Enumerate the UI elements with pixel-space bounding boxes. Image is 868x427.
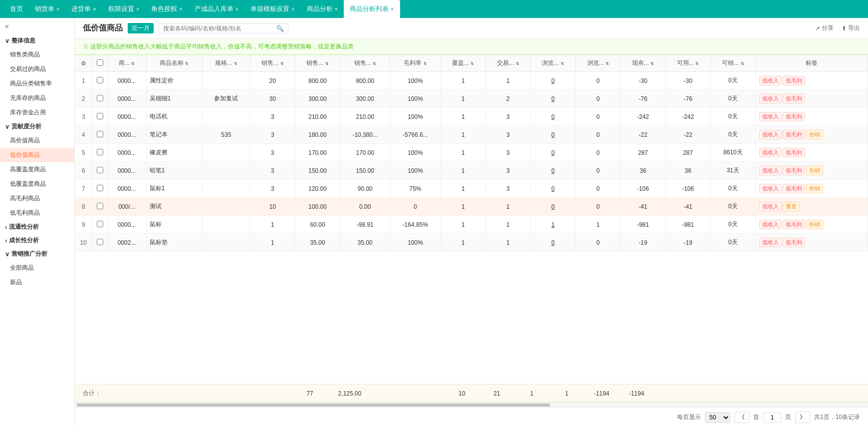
row-code: 0000... [107,72,146,90]
col-settings[interactable]: ⚙ [75,55,92,72]
row-browse1[interactable]: 1 [531,216,576,234]
footer-stock: -1194 [584,390,619,397]
row-browse1[interactable]: 0 [531,198,576,216]
sidebar-group-header-overall[interactable]: ∨ 整体信息 [0,34,74,47]
export-btn[interactable]: ⬆ 导出 [842,24,860,32]
sidebar-group-header-growth[interactable]: › 成长性分析 [0,234,74,247]
search-icon[interactable]: 🔍 [276,25,284,32]
row-select-checkbox[interactable] [97,185,103,191]
page-number-input[interactable] [763,413,781,423]
row-checkbox[interactable] [92,126,107,144]
row-saleable: 0天 [710,180,755,198]
sidebar-item-traded-goods[interactable]: 交易过的商品 [0,62,74,76]
row-browse1[interactable]: 0 [531,108,576,126]
sidebar-item-category-rate[interactable]: 商品分类销售率 [0,76,74,91]
row-select-checkbox[interactable] [97,95,103,101]
row-select-checkbox[interactable] [97,131,103,137]
nav-item-sales[interactable]: 销货单 × [29,0,65,18]
row-checkbox[interactable] [92,72,107,90]
search-input[interactable] [163,25,276,32]
tag: 低收入 [759,238,782,247]
col-stock: 现有... ⇅ [621,55,665,72]
last-page-btn[interactable]: 》 [795,412,810,423]
close-icon[interactable]: × [391,6,394,12]
row-checkbox[interactable] [92,162,107,180]
row-checkbox[interactable] [92,216,107,234]
row-select-checkbox[interactable] [97,149,103,155]
nav-item-analysis[interactable]: 商品分析 × [301,0,344,18]
close-icon[interactable]: × [335,6,338,12]
first-page-btn[interactable]: 《 [734,412,749,423]
close-icon[interactable]: × [179,6,182,12]
sidebar-item-low-margin[interactable]: 低毛利商品 [0,206,74,220]
row-browse1[interactable]: 0 [531,234,576,252]
nav-item-purchase[interactable]: 进货单 × [65,0,102,18]
row-browse1[interactable]: 0 [531,162,576,180]
row-select-checkbox[interactable] [97,221,103,227]
row-spec: 参加复试 [202,90,250,108]
sidebar-collapse-btn[interactable]: « [5,22,9,30]
row-browse1[interactable]: 0 [531,126,576,144]
close-icon[interactable]: × [93,6,96,12]
close-icon[interactable]: × [235,6,238,12]
share-btn[interactable]: ↗ 分享 [815,24,834,32]
row-browse1[interactable]: 0 [531,72,576,90]
nav-item-template[interactable]: 单据模板设置 × [244,0,300,18]
row-select-checkbox[interactable] [97,203,103,209]
row-select-checkbox[interactable] [97,77,103,83]
row-checkbox[interactable] [92,198,107,216]
row-coverage: 1 [440,216,485,234]
close-icon[interactable]: × [56,6,59,12]
close-icon[interactable]: × [291,6,294,12]
date-filter-btn[interactable]: 近一月 [128,23,154,33]
chevron-right-icon: › [5,224,7,231]
sidebar-item-sales-goods[interactable]: 销售类商品 [0,47,74,62]
sidebar-item-stock-capital[interactable]: 库存资金占用 [0,105,74,120]
row-browse2: 1 [576,216,621,234]
nav-item-inbound[interactable]: 产成品入库单 × [189,0,244,18]
row-trade: 1 [485,72,530,90]
sidebar-group-header-liquidity[interactable]: › 流通性分析 [0,220,74,234]
row-browse1[interactable]: 0 [531,144,576,162]
col-checkbox[interactable] [92,55,107,72]
sidebar-item-new-goods[interactable]: 新品 [0,275,74,290]
row-browse1[interactable]: 0 [531,90,576,108]
row-select-checkbox[interactable] [97,113,103,119]
row-browse2: 0 [576,72,621,90]
nav-item-permission[interactable]: 权限设置 × [102,0,145,18]
top-nav: 首页 销货单 × 进货单 × 权限设置 × 角色授权 × 产成品入库单 × 单据… [0,0,868,18]
sidebar-item-all-goods[interactable]: 全部商品 [0,261,74,275]
row-avail: -22 [665,126,710,144]
sidebar-group-header-contribution[interactable]: ∨ 贡献度分析 [0,120,74,133]
row-spec [202,198,250,216]
col-sale-amount: 销售... ⇅ [295,55,340,72]
page-size-select[interactable]: 50 100 200 [705,412,730,423]
sidebar-item-low-value[interactable]: 低价值商品 [0,148,74,162]
row-sale1: 300.00 [295,90,340,108]
select-all-checkbox[interactable] [97,59,103,66]
nav-item-home[interactable]: 首页 [4,0,29,18]
row-checkbox[interactable] [92,108,107,126]
sidebar-group-header-marketing[interactable]: ∨ 营销推广分析 [0,247,74,261]
chevron-down-icon: ∨ [5,251,9,258]
tag: 热销 [806,166,823,175]
row-checkbox[interactable] [92,90,107,108]
row-code: 0000... [107,126,146,144]
row-spec [202,234,250,252]
sidebar-item-no-stock[interactable]: 无库存的商品 [0,91,74,105]
sidebar-item-low-coverage[interactable]: 低覆盖度商品 [0,177,74,191]
sidebar-item-high-margin[interactable]: 高毛利商品 [0,191,74,206]
row-browse1[interactable]: 0 [531,180,576,198]
row-checkbox[interactable] [92,234,107,252]
row-coverage: 1 [440,126,485,144]
row-select-checkbox[interactable] [97,239,103,245]
tag: 低毛利 [783,112,805,121]
nav-item-analysis-list[interactable]: 商品分析列表 × [344,0,400,18]
sidebar-item-high-coverage[interactable]: 高覆盖度商品 [0,162,74,177]
nav-item-role[interactable]: 角色授权 × [145,0,188,18]
row-checkbox[interactable] [92,144,107,162]
sidebar-item-high-value[interactable]: 高价值商品 [0,133,74,148]
row-select-checkbox[interactable] [97,167,103,173]
row-checkbox[interactable] [92,180,107,198]
close-icon[interactable]: × [136,6,139,12]
